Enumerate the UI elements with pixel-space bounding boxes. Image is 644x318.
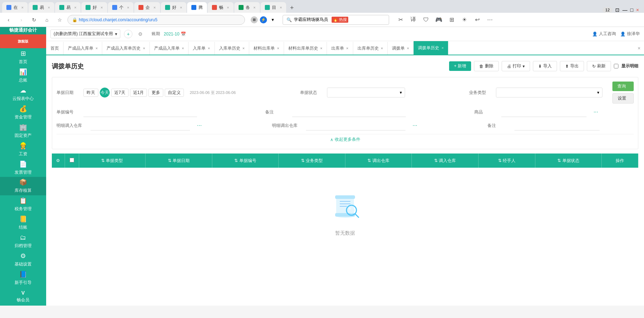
browser-tab-active[interactable]: 腾	[187, 2, 207, 13]
close-window-btn[interactable]: ×	[636, 7, 639, 13]
ext-lightning[interactable]: ⚡	[260, 16, 267, 23]
refresh-btn[interactable]: ↻ 刷新	[587, 61, 611, 71]
detail-remark-input[interactable]	[514, 121, 600, 130]
doc-num-input[interactable]	[83, 107, 197, 117]
tab-close-7[interactable]: ×	[180, 5, 182, 10]
close-all-tabs-btn[interactable]: ×	[634, 42, 644, 55]
add-company-btn[interactable]: +	[124, 30, 132, 38]
date-btn-yesterday[interactable]: 昨天	[83, 89, 98, 97]
new-btn[interactable]: + 新增	[449, 61, 471, 71]
sidebar-item-cloud-report[interactable]: ☁ 云报表中心	[0, 85, 46, 104]
remark-input[interactable]	[292, 107, 406, 117]
sidebar-item-member[interactable]: V 畅会员	[0, 287, 46, 306]
sidebar-item-archive[interactable]: 🗂 归档管理	[0, 232, 46, 251]
column-settings-icon[interactable]: ⚙	[56, 158, 60, 163]
browser-tab-4[interactable]: 好 ×	[81, 2, 107, 13]
import-btn[interactable]: ⬇ 导入	[533, 61, 557, 71]
tab-stock-out-hist[interactable]: 出库单历史 ×	[353, 42, 388, 55]
windows-btn[interactable]: ⊡	[615, 7, 620, 13]
game-icon[interactable]: 🎮	[434, 15, 444, 25]
translate-icon[interactable]: 译	[408, 15, 418, 25]
tab-close-stock-in-hist[interactable]: ×	[242, 46, 245, 50]
tab-finished-goods-in2[interactable]: 产成品入库单 ×	[150, 42, 189, 55]
detail-in-input[interactable]	[91, 121, 190, 130]
date-btn-7days[interactable]: 近7天	[111, 89, 129, 97]
th-status[interactable]: ⇅ 单据状态	[535, 154, 602, 168]
tab-close-stock-out-hist[interactable]: ×	[381, 46, 383, 50]
tab-close-6[interactable]: ×	[153, 5, 155, 10]
star-btn[interactable]: ☆	[55, 15, 65, 25]
th-biz[interactable]: ⇅ 业务类型	[279, 154, 345, 168]
grid-icon[interactable]: ⊞	[447, 15, 457, 25]
th-in-warehouse[interactable]: ⇅ 调入仓库	[412, 154, 479, 168]
tab-close-stock-in[interactable]: ×	[208, 46, 210, 50]
company-settings-btn[interactable]: ⚙	[136, 30, 144, 38]
tab-finished-goods-in-hist[interactable]: 产成品入库单历史 ×	[102, 42, 149, 55]
tab-close-stock-out[interactable]: ×	[346, 46, 348, 50]
browser-tab-1[interactable]: 在 ×	[2, 2, 28, 13]
th-type[interactable]: ⇅ 单据类型	[79, 154, 146, 168]
delete-btn[interactable]: 🗑 删除	[474, 61, 499, 71]
more-icon[interactable]: ⋯	[485, 15, 495, 25]
tab-material-out[interactable]: 材料出库单 ×	[249, 42, 284, 55]
sidebar-item-funds[interactable]: 💰 资金管理	[0, 104, 46, 122]
th-num[interactable]: ⇅ 单据编号	[212, 154, 279, 168]
tab-close-material-out[interactable]: ×	[277, 46, 279, 50]
collapse-btn[interactable]: ∧ 收起更多条件	[56, 134, 634, 145]
table-settings-col[interactable]: ⚙	[52, 154, 65, 168]
scissors-icon[interactable]: ✂	[395, 15, 405, 25]
tab-stock-in[interactable]: 入库单 ×	[189, 42, 214, 55]
ext-btn[interactable]: ⊞	[251, 16, 258, 23]
theme-icon[interactable]: ☀	[459, 15, 469, 25]
tab-close-5[interactable]: ×	[127, 5, 129, 10]
home-btn[interactable]: ⌂	[42, 15, 52, 25]
detail-in-more-btn[interactable]: ···	[196, 122, 203, 129]
new-tab-btn[interactable]: +	[287, 3, 297, 13]
sidebar-item-settings[interactable]: ⚙ 基础设置	[0, 250, 46, 269]
detail-out-more-btn[interactable]: ···	[411, 122, 419, 129]
th-handler[interactable]: ⇅ 经手人	[478, 154, 535, 168]
browser-tab-9[interactable]: 畅 ×	[208, 2, 233, 13]
sidebar-item-tax[interactable]: 📋 税务管理	[0, 195, 46, 214]
status-select[interactable]: ▾	[327, 88, 405, 97]
user-profile-btn[interactable]: 👤 徐泽华	[620, 31, 640, 37]
select-all-checkbox[interactable]	[70, 158, 74, 162]
sidebar-item-invoice[interactable]: 📄 发票管理	[0, 158, 46, 177]
tab-close-3[interactable]: ×	[74, 5, 76, 10]
date-btn-custom[interactable]: 自定义	[165, 89, 184, 97]
date-btn-more[interactable]: 更多	[148, 89, 163, 97]
browser-tab-6[interactable]: 企 ×	[134, 2, 160, 13]
tab-close-transfer-hist[interactable]: ×	[441, 46, 443, 50]
tab-close-9[interactable]: ×	[227, 5, 229, 10]
undo-icon[interactable]: ↩	[472, 15, 482, 25]
tab-close-transfer[interactable]: ×	[407, 46, 409, 50]
tab-close-1[interactable]: ×	[21, 5, 23, 10]
sidebar-item-assets[interactable]: 🏢 固定资产	[0, 122, 46, 140]
browser-tab-2[interactable]: 易 ×	[28, 2, 54, 13]
sidebar-item-guide[interactable]: 📘 新手引导	[0, 269, 46, 287]
tab-close-2[interactable]: ×	[48, 5, 50, 10]
th-date[interactable]: ⇅ 单据日期	[146, 154, 212, 168]
date-btn-today[interactable]: 今天	[100, 88, 110, 97]
tab-transfer[interactable]: 调拨单 ×	[388, 42, 414, 55]
ext-dropdown[interactable]: ▾	[269, 16, 276, 23]
browser-tab-7[interactable]: 好 ×	[161, 2, 186, 13]
sidebar-item-ledger[interactable]: 📊 总账	[0, 67, 46, 85]
table-checkbox-col[interactable]	[65, 154, 79, 168]
th-out-warehouse[interactable]: ⇅ 调出仓库	[345, 154, 412, 168]
company-selector[interactable]: (勿删勿禁用) 江西服宝测试专用 ▾	[50, 29, 120, 38]
detail-out-input[interactable]	[306, 121, 405, 130]
tab-stock-out[interactable]: 出库单 ×	[327, 42, 353, 55]
tab-close-4[interactable]: ×	[100, 5, 103, 10]
browser-search-bar[interactable]: 🔍 学霸应聘场驱鸟员 🔥 热搜	[283, 15, 389, 25]
export-btn[interactable]: ⬆ 导出	[560, 61, 584, 71]
tab-stock-in-hist[interactable]: 入库单历史 ×	[215, 42, 249, 55]
biz-type-select[interactable]: ▾	[496, 88, 602, 97]
shield-icon[interactable]: 🛡	[421, 15, 431, 25]
tab-home[interactable]: 首页	[46, 42, 64, 55]
user-service-btn[interactable]: 👤 人工咨询	[592, 31, 616, 37]
query-btn[interactable]: 查询	[612, 82, 634, 91]
browser-tab-11[interactable]: 目 ×	[261, 2, 286, 13]
url-bar[interactable]: 🔒 https://cloud.chanjet.com/accounting/u…	[67, 15, 245, 25]
date-btn-1month[interactable]: 近1月	[130, 89, 147, 97]
